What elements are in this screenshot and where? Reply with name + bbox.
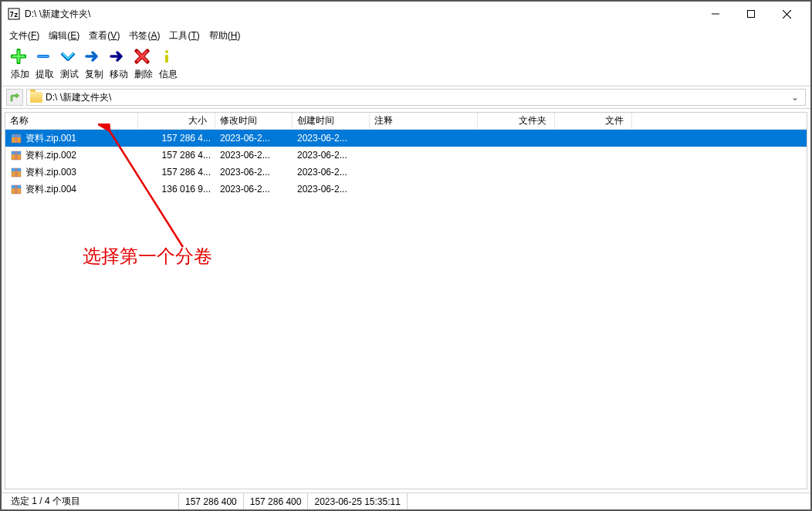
file-modified: 2023-06-2... bbox=[215, 183, 293, 195]
main-window: 7z D:\ \新建文件夹\ 文件(F) 编辑(E) 查看(V) 书签(A) 工… bbox=[0, 0, 812, 511]
svg-text:7z: 7z bbox=[10, 11, 19, 19]
col-name[interactable]: 名称 bbox=[5, 113, 138, 129]
svg-rect-12 bbox=[15, 134, 18, 143]
toolbar-label-move[interactable]: 移动 bbox=[108, 68, 130, 81]
folder-icon bbox=[30, 92, 42, 103]
toolbar: 添加 提取 测试 复制 移动 删除 信息 bbox=[2, 46, 810, 86]
status-size1: 157 286 400 bbox=[179, 493, 244, 509]
archive-icon bbox=[10, 183, 22, 195]
menu-file[interactable]: 文件(F) bbox=[9, 29, 39, 42]
archive-icon bbox=[10, 132, 22, 144]
file-size: 157 286 4... bbox=[138, 149, 215, 161]
archive-icon bbox=[10, 149, 22, 161]
extract-icon[interactable] bbox=[36, 49, 51, 66]
file-name: 资料.zip.004 bbox=[25, 183, 76, 196]
table-row[interactable]: 资料.zip.004136 016 9...2023-06-2...2023-0… bbox=[5, 181, 807, 198]
table-row[interactable]: 资料.zip.001157 286 4...2023-06-2...2023-0… bbox=[5, 130, 807, 147]
file-modified: 2023-06-2... bbox=[215, 166, 293, 178]
file-size: 136 016 9... bbox=[138, 183, 215, 195]
toolbar-label-test[interactable]: 测试 bbox=[59, 68, 80, 81]
minimize-button[interactable] bbox=[698, 2, 733, 25]
menubar: 文件(F) 编辑(E) 查看(V) 书签(A) 工具(T) 帮助(H) bbox=[2, 26, 810, 46]
file-created: 2023-06-2... bbox=[293, 132, 370, 144]
menu-view[interactable]: 查看(V) bbox=[89, 29, 120, 42]
list-header: 名称 大小 修改时间 创建时间 注释 文件夹 文件 bbox=[5, 113, 807, 130]
file-name: 资料.zip.003 bbox=[25, 166, 76, 179]
address-text: D:\ \新建文件夹\ bbox=[46, 91, 785, 104]
move-icon[interactable] bbox=[110, 49, 125, 66]
svg-rect-15 bbox=[15, 151, 18, 160]
file-modified: 2023-06-2... bbox=[215, 149, 293, 161]
file-name: 资料.zip.002 bbox=[25, 149, 76, 162]
maximize-button[interactable] bbox=[733, 2, 769, 25]
test-icon[interactable] bbox=[60, 49, 76, 66]
add-icon[interactable] bbox=[11, 49, 26, 66]
menu-edit[interactable]: 编辑(E) bbox=[49, 29, 80, 42]
toolbar-label-extract[interactable]: 提取 bbox=[34, 68, 56, 81]
toolbar-label-copy[interactable]: 复制 bbox=[83, 68, 105, 81]
copy-icon[interactable] bbox=[85, 49, 100, 66]
file-list: 名称 大小 修改时间 创建时间 注释 文件夹 文件 资料.zip.001157 … bbox=[5, 112, 807, 489]
status-size2: 157 286 400 bbox=[244, 493, 309, 509]
file-size: 157 286 4... bbox=[138, 132, 215, 144]
file-name: 资料.zip.001 bbox=[25, 132, 76, 145]
col-created[interactable]: 创建时间 bbox=[293, 113, 370, 129]
col-size[interactable]: 大小 bbox=[138, 113, 215, 129]
archive-icon bbox=[10, 166, 22, 178]
file-created: 2023-06-2... bbox=[293, 183, 370, 195]
address-input[interactable]: D:\ \新建文件夹\ ⌄ bbox=[26, 89, 806, 106]
col-files[interactable]: 文件 bbox=[555, 113, 632, 129]
table-row[interactable]: 资料.zip.002157 286 4...2023-06-2...2023-0… bbox=[5, 147, 807, 164]
svg-rect-21 bbox=[15, 185, 18, 194]
file-size: 157 286 4... bbox=[138, 166, 215, 178]
toolbar-label-add[interactable]: 添加 bbox=[9, 68, 31, 81]
file-created: 2023-06-2... bbox=[293, 166, 370, 178]
file-created: 2023-06-2... bbox=[293, 149, 370, 161]
col-comment[interactable]: 注释 bbox=[370, 113, 478, 129]
col-folders[interactable]: 文件夹 bbox=[478, 113, 555, 129]
delete-icon[interactable] bbox=[134, 49, 150, 66]
toolbar-label-delete[interactable]: 删除 bbox=[133, 68, 154, 81]
titlebar: 7z D:\ \新建文件夹\ bbox=[2, 2, 810, 26]
up-button[interactable] bbox=[6, 89, 23, 106]
status-datetime: 2023-06-25 15:35:11 bbox=[308, 493, 407, 509]
svg-rect-3 bbox=[748, 11, 755, 18]
file-modified: 2023-06-2... bbox=[215, 132, 293, 144]
statusbar: 选定 1 / 4 个项目 157 286 400 157 286 400 202… bbox=[2, 492, 810, 509]
app-icon: 7z bbox=[8, 8, 20, 20]
status-selection: 选定 1 / 4 个项目 bbox=[5, 493, 179, 509]
menu-help[interactable]: 帮助(H) bbox=[209, 29, 241, 42]
window-title: D:\ \新建文件夹\ bbox=[25, 8, 698, 21]
svg-point-8 bbox=[165, 50, 168, 53]
info-icon[interactable] bbox=[159, 49, 174, 66]
svg-rect-18 bbox=[15, 168, 18, 177]
svg-rect-7 bbox=[38, 56, 49, 57]
close-button[interactable] bbox=[769, 2, 804, 25]
address-bar: D:\ \新建文件夹\ ⌄ bbox=[2, 86, 810, 109]
toolbar-label-info[interactable]: 信息 bbox=[157, 68, 179, 81]
svg-rect-9 bbox=[165, 55, 168, 63]
col-modified[interactable]: 修改时间 bbox=[215, 113, 293, 129]
table-row[interactable]: 资料.zip.003157 286 4...2023-06-2...2023-0… bbox=[5, 164, 807, 181]
menu-tool[interactable]: 工具(T) bbox=[169, 29, 199, 42]
chevron-down-icon[interactable]: ⌄ bbox=[788, 92, 802, 103]
list-body[interactable]: 资料.zip.001157 286 4...2023-06-2...2023-0… bbox=[5, 130, 807, 489]
menu-bookmark[interactable]: 书签(A) bbox=[129, 29, 160, 42]
